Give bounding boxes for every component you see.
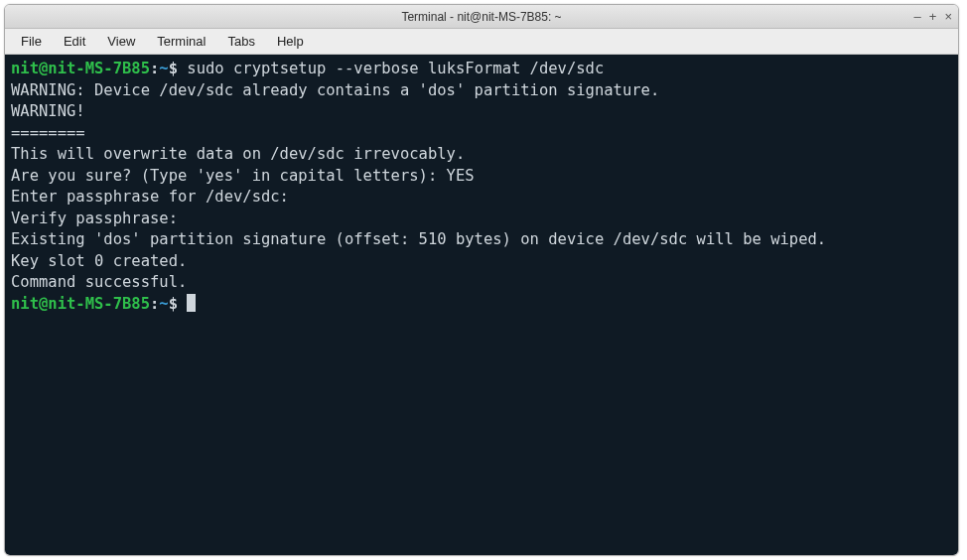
prompt-userhost: nit@nit-MS-7B85 <box>11 60 150 77</box>
output-line: ======== <box>11 123 952 145</box>
menu-view[interactable]: View <box>97 31 145 52</box>
close-button[interactable]: × <box>944 10 952 23</box>
prompt-path: ~ <box>159 295 168 313</box>
output-line: Command successful. <box>11 272 952 294</box>
menu-terminal[interactable]: Terminal <box>147 31 215 52</box>
menu-file[interactable]: File <box>11 31 52 52</box>
prompt-dollar: $ <box>169 60 178 77</box>
output-line: Existing 'dos' partition signature (offs… <box>11 229 952 251</box>
menubar: File Edit View Terminal Tabs Help <box>5 29 958 55</box>
prompt-colon: : <box>150 60 159 77</box>
output-line: WARNING: Device /dev/sdc already contain… <box>11 80 952 102</box>
command-text: sudo cryptsetup --verbose luksFormat /de… <box>178 60 604 77</box>
prompt-line-2: nit@nit-MS-7B85:~$ <box>11 294 952 316</box>
output-line: Verify passphrase: <box>11 209 952 230</box>
titlebar-controls: – + × <box>914 5 952 28</box>
menu-edit[interactable]: Edit <box>54 31 95 52</box>
maximize-button[interactable]: + <box>929 10 937 23</box>
output-line: WARNING! <box>11 101 952 123</box>
window-title: Terminal - nit@nit-MS-7B85: ~ <box>401 10 561 24</box>
prompt-colon: : <box>150 295 159 313</box>
output-line: This will overwrite data on /dev/sdc irr… <box>11 144 952 166</box>
prompt-dollar: $ <box>169 295 178 313</box>
prompt-path: ~ <box>159 60 168 77</box>
cursor-block <box>187 294 196 312</box>
output-line: Key slot 0 created. <box>11 251 952 273</box>
output-line: Enter passphrase for /dev/sdc: <box>11 187 952 209</box>
menu-tabs[interactable]: Tabs <box>217 31 264 52</box>
prompt-line-1: nit@nit-MS-7B85:~$ sudo cryptsetup --ver… <box>11 59 952 80</box>
menu-help[interactable]: Help <box>267 31 314 52</box>
output-line: Are you sure? (Type 'yes' in capital let… <box>11 166 952 188</box>
terminal-window: Terminal - nit@nit-MS-7B85: ~ – + × File… <box>4 4 959 556</box>
titlebar[interactable]: Terminal - nit@nit-MS-7B85: ~ – + × <box>5 5 958 29</box>
minimize-button[interactable]: – <box>914 10 921 23</box>
terminal-body[interactable]: nit@nit-MS-7B85:~$ sudo cryptsetup --ver… <box>5 55 958 555</box>
prompt-userhost: nit@nit-MS-7B85 <box>11 295 150 313</box>
